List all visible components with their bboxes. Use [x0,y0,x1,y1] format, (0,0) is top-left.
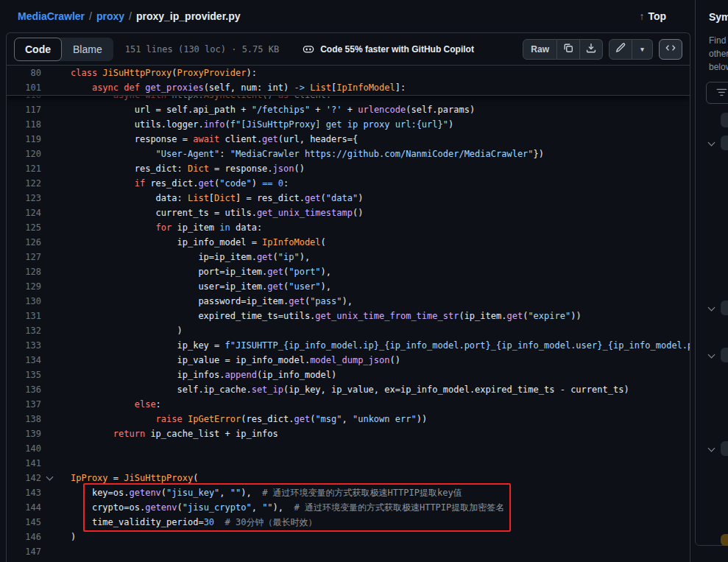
line-number[interactable]: 124 [7,206,41,220]
line-number[interactable]: 126 [7,235,41,250]
line-number[interactable]: 128 [7,264,41,279]
fold-gutter [41,132,59,147]
line-number[interactable]: 101 [7,80,41,95]
code-line-123: 123 data: List[Dict] = res_dict.get("dat… [7,191,690,206]
copilot-banner[interactable]: Code 55% faster with GitHub Copilot [303,43,474,55]
line-number[interactable]: 120 [7,147,41,161]
fold-gutter [41,147,59,161]
code-text: ip_key = f"JISUHTTP_{ip_info_model.ip}_{… [59,338,690,353]
line-number[interactable]: 132 [7,323,41,338]
line-number[interactable]: 136 [7,382,41,397]
fold-gutter [41,294,59,309]
fold-gutter [41,279,59,294]
download-button[interactable] [580,39,603,60]
code-line-134: 134 ip_value = ip_info_model.model_dump_… [7,353,690,368]
fold-gutter [41,500,59,515]
edit-dropdown-button[interactable]: ▾ [632,39,653,60]
line-number[interactable]: 138 [7,412,41,426]
symbol-badge[interactable] [721,136,728,150]
file-panel: Code Blame 151 lines (130 loc) · 5.75 KB… [6,32,690,562]
line-number[interactable]: 147 [7,544,41,559]
symbols-panel-toggle[interactable] [659,39,682,60]
line-number[interactable]: 117 [7,102,41,117]
line-number[interactable]: 80 [7,66,41,80]
fold-gutter [41,368,59,382]
code-view: 116 async with httpx.AsyncClient() as cl… [7,66,690,561]
code-text: user=ip_item.get("user"), [59,279,331,294]
fold-gutter [41,530,59,544]
tab-blame[interactable]: Blame [62,38,113,61]
fold-chevron-icon[interactable] [46,474,54,481]
line-number[interactable]: 140 [7,441,41,456]
symbols-filter-button[interactable] [706,82,728,104]
line-number[interactable]: 146 [7,530,41,544]
line-number[interactable]: 129 [7,279,41,294]
file-meta: 151 lines (130 loc) · 5.75 KB [125,44,280,55]
chevron-down-icon[interactable] [708,139,715,147]
code-text: ip_value = ip_info_model.model_dump_json… [59,353,400,368]
copilot-banner-text: Code 55% faster with GitHub Copilot [320,44,474,55]
chevron-down-icon[interactable] [708,304,715,312]
symbol-badge[interactable] [721,113,728,127]
raw-actions-group: Raw [523,39,603,60]
code-blame-switcher: Code Blame [14,38,113,61]
line-number[interactable]: 122 [7,176,41,191]
fold-gutter [41,456,59,471]
line-number[interactable]: 145 [7,515,41,530]
code-text: port=ip_item.get("port"), [59,264,331,279]
line-number[interactable]: 119 [7,132,41,147]
line-number[interactable]: 144 [7,500,41,515]
symbol-badge[interactable] [721,301,728,315]
line-number[interactable]: 139 [7,426,41,441]
code-text: class JiSuHttpProxy(ProxyProvider): [59,66,257,80]
symbol-badge-active[interactable] [721,534,728,546]
code-text: data: List[Dict] = res_dict.get("data") [59,191,363,206]
fold-gutter [41,264,59,279]
fold-gutter [41,220,59,235]
copy-button[interactable] [557,39,580,60]
chevron-down-icon[interactable] [708,351,715,359]
code-line-120: 120 "User-Agent": "MediaCrawler https://… [7,147,690,161]
line-number[interactable]: 133 [7,338,41,353]
line-number[interactable]: 121 [7,161,41,176]
line-number[interactable]: 142 [7,471,41,485]
chevron-down-icon[interactable] [708,445,715,452]
code-text: time_validity_period=30 # 30分钟（最长时效） [59,515,317,530]
line-number[interactable]: 130 [7,294,41,309]
code-line-118: 118 utils.logger.info(f"[JiSuHttpProxy] … [7,117,690,132]
line-number[interactable]: 135 [7,368,41,382]
code-text: crypto=os.getenv("jisu_crypto", ""), # 通… [59,500,504,515]
symbol-badge[interactable] [721,441,728,456]
raw-button[interactable]: Raw [523,39,557,60]
tab-code[interactable]: Code [14,38,62,61]
edit-button[interactable] [609,39,632,60]
fold-gutter [41,426,59,441]
code-text: return ip_cache_list + ip_infos [59,426,278,441]
fold-gutter [41,382,59,397]
code-line-126: 126 ip_info_model = IpInfoModel( [7,235,690,250]
symbol-badge[interactable] [721,348,728,362]
line-number[interactable]: 123 [7,191,41,206]
filter-icon [716,88,727,99]
code-line-129: 129 user=ip_item.get("user"), [7,279,690,294]
line-number[interactable]: 137 [7,397,41,412]
symbol-item [696,136,728,150]
code-text: ip=ip_item.get("ip"), [59,250,310,264]
code-text: ) [59,323,183,338]
code-line-143: 143 key=os.getenv("jisu_key", ""), # 通过环… [7,485,690,500]
line-number[interactable]: 134 [7,353,41,368]
download-icon [585,42,597,56]
line-number[interactable]: 141 [7,456,41,471]
breadcrumb-folder[interactable]: proxy [96,10,124,22]
line-number[interactable]: 127 [7,250,41,264]
line-number[interactable]: 118 [7,117,41,132]
breadcrumb-repo[interactable]: MediaCrawler [18,10,85,22]
back-to-top-button[interactable]: ↑ Top [635,7,671,25]
line-number[interactable]: 143 [7,485,41,500]
code-text [59,544,71,559]
code-line-135: 135 ip_infos.append(ip_info_model) [7,368,690,382]
line-number[interactable]: 131 [7,309,41,323]
line-number[interactable]: 125 [7,220,41,235]
sticky-scope-header: 80class JiSuHttpProxy(ProxyProvider):101… [7,66,690,96]
code-symbols-icon [665,42,676,56]
